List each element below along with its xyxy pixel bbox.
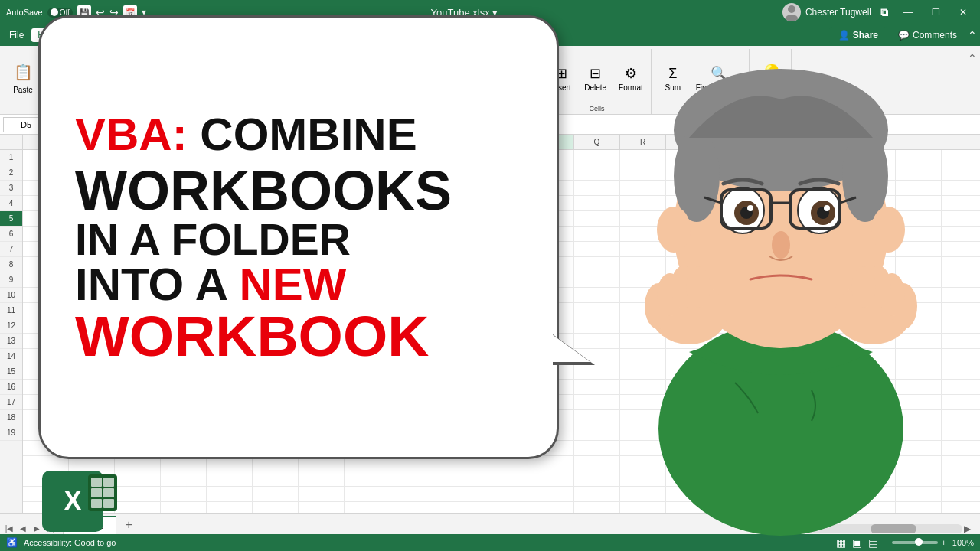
- col-header-k[interactable]: K: [482, 135, 528, 149]
- bold-button[interactable]: B: [119, 68, 134, 83]
- border-button[interactable]: ⊞: [172, 68, 187, 83]
- row-1[interactable]: 1: [0, 150, 22, 165]
- row-3[interactable]: 3: [0, 181, 22, 196]
- row-9[interactable]: 9: [0, 272, 22, 288]
- col-header-f[interactable]: F: [253, 135, 299, 149]
- scroll-track[interactable]: [809, 524, 962, 533]
- row-10[interactable]: 10: [0, 288, 22, 303]
- align-left-button[interactable]: ≡: [273, 66, 287, 80]
- underline-button[interactable]: U: [154, 68, 169, 83]
- calendar-icon[interactable]: 📅: [123, 5, 137, 19]
- col-header-d[interactable]: D: [161, 135, 207, 149]
- formula-fx-icon[interactable]: fx: [56, 119, 65, 131]
- align-bottom-button[interactable]: ⊥: [304, 51, 318, 64]
- row-17[interactable]: 17: [0, 395, 22, 410]
- col-header-r[interactable]: R: [620, 135, 666, 149]
- align-right-button[interactable]: ≡: [304, 66, 318, 80]
- zoom-in-button[interactable]: +: [941, 538, 946, 547]
- format-as-table-button[interactable]: ▦ Format as Table: [440, 68, 533, 82]
- ribbon-collapse-button[interactable]: ⌃: [968, 52, 977, 64]
- row-15[interactable]: 15: [0, 364, 22, 380]
- add-sheet-button[interactable]: +: [119, 516, 138, 534]
- font-name-select[interactable]: Calibri: [119, 51, 195, 66]
- col-header-i[interactable]: I: [390, 135, 436, 149]
- copy-button[interactable]: ⧉ Copy: [43, 72, 107, 83]
- zoom-out-button[interactable]: −: [884, 538, 889, 547]
- user-avatar[interactable]: [782, 3, 801, 21]
- menu-formulas[interactable]: Formulas: [172, 28, 223, 42]
- menu-developer[interactable]: Developer: [335, 28, 389, 42]
- currency-button[interactable]: $: [345, 70, 360, 86]
- first-sheet-button[interactable]: |◀: [3, 522, 15, 534]
- col-header-p[interactable]: P: [528, 135, 574, 149]
- increase-decimal-button[interactable]: .0: [395, 70, 410, 86]
- sheet-tab-sheet1[interactable]: Sheet1: [63, 516, 116, 534]
- maximize-button[interactable]: ❐: [925, 2, 946, 23]
- row-8[interactable]: 8: [0, 257, 22, 272]
- font-color-button[interactable]: A: [207, 68, 222, 83]
- align-top-button[interactable]: ⊤: [273, 51, 287, 64]
- number-format-select[interactable]: General: [345, 54, 413, 69]
- col-header-e[interactable]: E: [207, 135, 253, 149]
- col-header-q[interactable]: Q: [574, 135, 620, 149]
- next-sheet-button[interactable]: ▶: [31, 522, 43, 534]
- minimize-button[interactable]: —: [897, 2, 919, 23]
- comma-button[interactable]: ,: [378, 70, 394, 86]
- ideas-button[interactable]: 💡 Ideas: [756, 54, 788, 104]
- row-13[interactable]: 13: [0, 334, 22, 349]
- share-button[interactable]: 👤 Share: [829, 27, 887, 44]
- italic-button[interactable]: I: [136, 68, 152, 83]
- percent-button[interactable]: %: [361, 70, 377, 86]
- col-header-s[interactable]: S: [666, 135, 819, 149]
- col-header-b[interactable]: B: [69, 135, 115, 149]
- row-14[interactable]: 14: [0, 349, 22, 364]
- autosum-button[interactable]: Σ Sum: [658, 54, 688, 103]
- row-6[interactable]: 6: [0, 227, 22, 242]
- font-size-select[interactable]: 11: [198, 51, 225, 66]
- close-button[interactable]: ✕: [952, 2, 974, 23]
- col-header-j[interactable]: J: [436, 135, 482, 149]
- formula-input[interactable]: [68, 117, 977, 132]
- menu-insert[interactable]: Insert: [70, 28, 105, 42]
- row-12[interactable]: 12: [0, 318, 22, 334]
- menu-page-layout[interactable]: Page Layout: [106, 28, 170, 42]
- wrap-text-button[interactable]: ab: [319, 51, 333, 64]
- merge-cells-button[interactable]: ⊞▾: [319, 66, 333, 80]
- cell-area[interactable]: [23, 150, 980, 513]
- comments-button[interactable]: 💬 Comments: [892, 27, 963, 44]
- save-icon[interactable]: 💾: [77, 5, 91, 19]
- align-center-button[interactable]: ≡: [289, 66, 302, 80]
- menu-file[interactable]: File: [3, 28, 30, 42]
- menu-help[interactable]: Help: [390, 28, 422, 42]
- increase-font-button[interactable]: A↑: [227, 51, 243, 66]
- conditional-format-button[interactable]: ▦ Conditional Forma...: [440, 52, 533, 66]
- last-sheet-button[interactable]: ▶|: [44, 522, 57, 534]
- prev-sheet-button[interactable]: ◀: [17, 522, 29, 534]
- zoom-level[interactable]: 100%: [952, 538, 974, 547]
- decrease-decimal-button[interactable]: 0.: [412, 70, 427, 86]
- autosave-toggle[interactable]: Off: [47, 8, 73, 18]
- delete-cells-button[interactable]: ⊟ Delete: [580, 54, 611, 103]
- ribbon-collapse-icon[interactable]: ⌃: [968, 29, 977, 41]
- restore-down-icon[interactable]: ⧉: [877, 5, 891, 19]
- name-box[interactable]: [3, 117, 49, 132]
- insert-cells-button[interactable]: ⊞ Insert: [546, 54, 577, 103]
- align-middle-button[interactable]: ≡: [289, 51, 302, 64]
- fill-color-button[interactable]: A▾: [189, 68, 204, 83]
- col-header-g[interactable]: G: [299, 135, 345, 149]
- row-16[interactable]: 16: [0, 380, 22, 395]
- zoom-slider[interactable]: [892, 541, 938, 544]
- scroll-right-button[interactable]: ▶: [964, 523, 971, 534]
- row-4[interactable]: 4: [0, 196, 22, 211]
- format-cells-button[interactable]: ⚙ Format: [614, 54, 648, 103]
- redo-icon[interactable]: ↪: [109, 6, 119, 18]
- col-header-h[interactable]: H: [345, 135, 390, 149]
- undo-icon[interactable]: ↩: [96, 6, 105, 18]
- menu-home[interactable]: Home: [31, 28, 68, 42]
- view-normal-button[interactable]: ▦: [836, 536, 846, 549]
- col-header-a[interactable]: A: [23, 135, 69, 149]
- menu-data[interactable]: Data: [224, 28, 256, 42]
- row-5[interactable]: 5: [0, 211, 22, 227]
- col-header-c[interactable]: C: [115, 135, 161, 149]
- menu-review[interactable]: Review: [257, 28, 299, 42]
